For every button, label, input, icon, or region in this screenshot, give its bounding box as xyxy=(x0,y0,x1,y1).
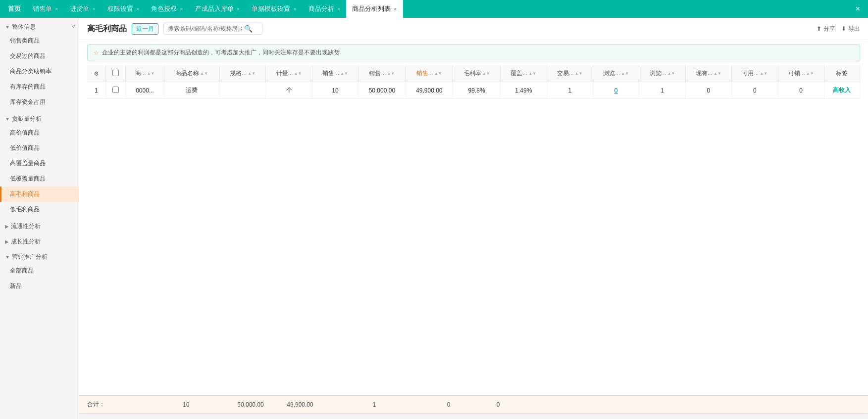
footer-available: 0 xyxy=(473,401,523,408)
sidebar-item-all-goods[interactable]: 全部商品 xyxy=(0,263,79,279)
search-icon[interactable]: 🔍 xyxy=(244,25,253,33)
tab-product-inbound[interactable]: 产成品入库单 × xyxy=(189,0,246,18)
cell-tag: 高收入 xyxy=(824,82,860,99)
tab-product-analysis-list[interactable]: 商品分析列表 × xyxy=(346,0,403,18)
sidebar-group-liquidity[interactable]: ▶ 流通性分析 xyxy=(0,217,79,233)
close-tab-permission[interactable]: × xyxy=(136,6,139,12)
cell-name: 运费 xyxy=(164,82,219,99)
cell-spec xyxy=(219,82,265,99)
tab-product-analysis[interactable]: 商品分析 × xyxy=(303,0,346,18)
cell-stock: 0 xyxy=(685,82,731,99)
sidebar-group-overall[interactable]: ▼ 整体信息 xyxy=(0,18,79,33)
sidebar-item-category-assist[interactable]: 商品分类助销率 xyxy=(0,64,79,79)
content-area: 高毛利商品 近一月 🔍 ⬆ 分享 ⬇ 导出 ☆ 企业的主要的利润都是这部分商品创… xyxy=(79,18,868,419)
col-checkbox[interactable] xyxy=(105,65,126,82)
sidebar-item-traded-goods[interactable]: 交易过的商品 xyxy=(0,48,79,64)
tab-permission[interactable]: 权限设置 × xyxy=(102,0,145,18)
sidebar-item-sales-goods[interactable]: 销售类商品 xyxy=(0,33,79,48)
page-title: 高毛利商品 xyxy=(87,24,127,34)
sidebar-collapse-button[interactable]: « xyxy=(72,22,76,30)
sidebar-group-contribution[interactable]: ▼ 贡献量分析 xyxy=(0,110,79,125)
col-coverage[interactable]: 覆盖...▲▼ xyxy=(501,65,547,82)
content-header: 高毛利商品 近一月 🔍 ⬆ 分享 ⬇ 导出 xyxy=(79,18,868,40)
tab-sales-order[interactable]: 销售单 × xyxy=(27,0,64,18)
sidebar-item-high-value[interactable]: 高价值商品 xyxy=(0,125,79,140)
cell-unit: 个 xyxy=(266,82,312,99)
info-banner-text: 企业的主要的利润都是这部分商品创造的，可考虑加大推广，同时关注库存是不要出现缺货 xyxy=(102,48,340,57)
col-unit[interactable]: 计量...▲▼ xyxy=(266,65,312,82)
col-settings[interactable]: ⚙ xyxy=(87,65,105,82)
sidebar-item-new-goods[interactable]: 新品 xyxy=(0,279,79,294)
col-stock[interactable]: 现有...▲▼ xyxy=(685,65,731,82)
footer-stock: 0 xyxy=(424,401,473,408)
close-window-button[interactable]: × xyxy=(850,4,866,13)
header-actions: ⬆ 分享 ⬇ 导出 xyxy=(817,25,860,33)
footer-sales-qty: 10 xyxy=(147,401,226,408)
tab-purchase-order[interactable]: 进货单 × xyxy=(64,0,101,18)
select-all-checkbox[interactable] xyxy=(112,70,119,76)
info-banner: ☆ 企业的主要的利润都是这部分商品创造的，可考虑加大推广，同时关注库存是不要出现… xyxy=(87,44,860,61)
tab-role-auth[interactable]: 角色授权 × xyxy=(145,0,189,18)
share-icon: ⬆ xyxy=(817,25,821,32)
row-checkbox[interactable] xyxy=(112,87,119,93)
tab-template-settings[interactable]: 单据模板设置 × xyxy=(246,0,302,18)
cell-coverage: 1.49% xyxy=(501,82,547,99)
col-browse2[interactable]: 浏览...▲▼ xyxy=(639,65,685,82)
cell-sales-qty: 10 xyxy=(312,82,358,99)
cell-checkbox[interactable] xyxy=(105,82,126,99)
export-icon: ⬇ xyxy=(841,25,846,32)
sidebar-item-instock-goods[interactable]: 有库存的商品 xyxy=(0,79,79,94)
sidebar-item-low-coverage[interactable]: 低覆盖量商品 xyxy=(0,171,79,186)
close-tab-product-analysis-list[interactable]: × xyxy=(394,6,397,12)
col-available[interactable]: 可用...▲▼ xyxy=(732,65,778,82)
export-button[interactable]: ⬇ 导出 xyxy=(841,25,860,33)
col-trade[interactable]: 交易...▲▼ xyxy=(547,65,593,82)
close-tab-template-settings[interactable]: × xyxy=(293,6,296,12)
sidebar-item-capital-occupy[interactable]: 库存资金占用 xyxy=(0,94,79,110)
col-gross-rate[interactable]: 毛利率▲▼ xyxy=(453,65,501,82)
col-saleable[interactable]: 可销...▲▼ xyxy=(778,65,824,82)
col-sales-cost[interactable]: 销售...▲▼ xyxy=(406,65,453,82)
sidebar-item-low-margin[interactable]: 低毛利商品 xyxy=(0,202,79,217)
footer-sales-cost: 49,900.00 xyxy=(275,401,325,408)
col-code[interactable]: 商...▲▼ xyxy=(126,65,164,82)
col-tag[interactable]: 标签 xyxy=(824,65,860,82)
col-browse1[interactable]: 浏览...▲▼ xyxy=(593,65,639,82)
table-row: 1 0000... 运费 个 10 50,000.00 49,900.00 99… xyxy=(87,82,860,99)
cell-sales-amount: 50,000.00 xyxy=(358,82,406,99)
col-spec[interactable]: 规格...▲▼ xyxy=(219,65,265,82)
share-button[interactable]: ⬆ 分享 xyxy=(817,25,835,33)
cell-trade: 1 xyxy=(547,82,593,99)
footer-sales-amount: 50,000.00 xyxy=(226,401,275,408)
cell-available: 0 xyxy=(732,82,778,99)
footer-total: 合计： 10 50,000.00 49,900.00 1 0 0 xyxy=(79,395,868,413)
col-sales-amount[interactable]: 销售...▲▼ xyxy=(358,65,406,82)
group-arrow-liquidity: ▶ xyxy=(5,224,9,229)
cell-index: 1 xyxy=(87,82,105,99)
sidebar-item-high-margin[interactable]: 高毛利商品 xyxy=(0,186,79,202)
sidebar-item-low-value[interactable]: 低价值商品 xyxy=(0,140,79,156)
info-icon: ☆ xyxy=(94,49,99,56)
scroll-area[interactable] xyxy=(79,413,868,419)
sidebar-group-growth[interactable]: ▶ 成长性分析 xyxy=(0,233,79,248)
period-button[interactable]: 近一月 xyxy=(132,23,158,35)
cell-gross-rate: 99.8% xyxy=(453,82,501,99)
cell-saleable: 0 xyxy=(778,82,824,99)
sidebar-group-marketing[interactable]: ▼ 营销推广分析 xyxy=(0,248,79,263)
table-container[interactable]: ⚙ 商...▲▼ 商品名称▲▼ 规格...▲▼ 计量...▲▼ 销售...▲▼ … xyxy=(79,65,868,395)
col-name[interactable]: 商品名称▲▼ xyxy=(164,65,219,82)
total-label: 合计： xyxy=(87,400,147,409)
search-input[interactable] xyxy=(168,25,242,32)
tab-home[interactable]: 首页 xyxy=(2,0,27,18)
cell-sales-cost: 49,900.00 xyxy=(406,82,453,99)
cell-browse1[interactable]: 0 xyxy=(593,82,639,99)
close-tab-product-analysis[interactable]: × xyxy=(337,6,340,12)
close-tab-product-inbound[interactable]: × xyxy=(237,6,240,12)
sidebar: « ▼ 整体信息 销售类商品 交易过的商品 商品分类助销率 有库存的商品 库存资… xyxy=(0,18,79,419)
close-tab-role-auth[interactable]: × xyxy=(180,6,183,12)
group-arrow-marketing: ▼ xyxy=(5,254,10,260)
close-tab-purchase-order[interactable]: × xyxy=(92,6,95,12)
col-sales-qty[interactable]: 销售...▲▼ xyxy=(312,65,358,82)
close-tab-sales-order[interactable]: × xyxy=(55,6,58,12)
sidebar-item-high-coverage[interactable]: 高覆盖量商品 xyxy=(0,156,79,171)
